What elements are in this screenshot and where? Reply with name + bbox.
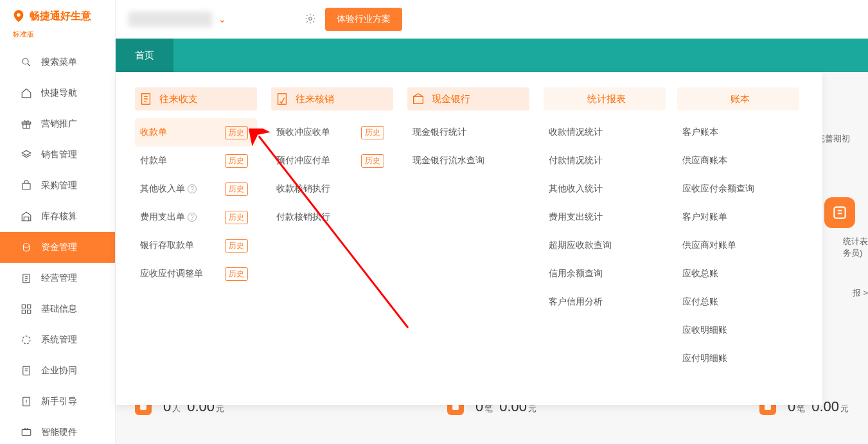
menu-other-income-stats[interactable]: 其他收入统计 [544, 175, 666, 203]
nav-purchase[interactable]: 采购管理 [0, 170, 115, 201]
nav-label: 销售管理 [41, 149, 77, 161]
nav-funds[interactable]: 资金管理 [0, 232, 115, 263]
history-badge[interactable]: 历史 [225, 267, 248, 281]
menu-ar-ap-balance-query[interactable]: 应收应付余额查询 [677, 175, 799, 203]
org-name-redacted [128, 12, 212, 27]
menu-expense-voucher[interactable]: 费用支出单?历史 [135, 203, 257, 231]
menu-credit-balance-query[interactable]: 信用余额查询 [544, 260, 666, 288]
history-badge[interactable]: 历史 [225, 211, 248, 224]
sidebar: 畅捷通好生意 标准版 搜索菜单 快捷导航 营销推广 销售管理 采购管理 库存核算… [0, 0, 116, 444]
menu-prereceipt-offset[interactable]: 预收冲应收单历史 [271, 118, 393, 147]
org-selector[interactable]: ⌄ [128, 12, 296, 27]
nav-label: 新手引导 [41, 396, 77, 407]
mega-col-ledger: 账本 客户账本 供应商账本 应收应付余额查询 客户对账单 供应商对账单 应收总账… [677, 87, 811, 373]
nav-label: 经营管理 [41, 272, 77, 284]
svg-rect-21 [414, 96, 423, 103]
receipt-icon [139, 92, 153, 106]
mega-col-income-expense: 往来收支 收款单历史 付款单历史 其他收入单?历史 费用支出单?历史 银行存取款… [135, 87, 271, 373]
bank-icon [411, 92, 425, 106]
menu-other-income-voucher[interactable]: 其他收入单?历史 [135, 175, 257, 203]
mega-header-reports: 统计报表 [544, 87, 666, 111]
nav-basic-info[interactable]: 基础信息 [0, 294, 115, 324]
nav-operation[interactable]: 经营管理 [0, 263, 115, 294]
history-badge[interactable]: 历史 [225, 126, 248, 139]
menu-payment-voucher[interactable]: 付款单历史 [135, 147, 257, 175]
nav-label: 采购管理 [41, 180, 77, 191]
brand-edition: 标准版 [0, 30, 115, 39]
history-badge[interactable]: 历史 [361, 126, 384, 139]
nav-search-menu[interactable]: 搜索菜单 [0, 47, 115, 78]
menu-ar-detail-ledger[interactable]: 应收明细账 [677, 316, 799, 344]
nav-onboarding[interactable]: 新手引导 [0, 386, 115, 417]
nav-marketing[interactable]: 营销推广 [0, 109, 115, 139]
nav-label: 企业协同 [41, 365, 77, 377]
svg-point-1 [22, 58, 28, 64]
chevron-down-icon: ⌄ [218, 14, 226, 24]
menu-bank-transfer-voucher[interactable]: 银行存取款单历史 [135, 231, 257, 260]
nav-collab[interactable]: 企业协同 [0, 355, 115, 386]
tab-home[interactable]: 首页 [116, 39, 173, 72]
nav-system[interactable]: 系统管理 [0, 324, 115, 355]
svg-point-10 [22, 336, 30, 344]
nav-label: 快捷导航 [41, 87, 77, 99]
grid-icon [21, 303, 32, 315]
menu-ap-general-ledger[interactable]: 应付总账 [677, 288, 799, 316]
mega-header-writeoff: 往来核销 [271, 87, 393, 111]
menu-overdue-ar-query[interactable]: 超期应收款查询 [544, 231, 666, 260]
help-icon[interactable]: ? [188, 184, 197, 193]
nav-sales[interactable]: 销售管理 [0, 139, 115, 170]
nav-label: 搜索菜单 [41, 57, 77, 68]
menu-payment-writeoff-exec[interactable]: 付款核销执行 [271, 203, 393, 231]
try-industry-plan-button[interactable]: 体验行业方案 [325, 8, 402, 31]
menu-ar-ap-adjust-voucher[interactable]: 应收应付调整单历史 [135, 260, 257, 288]
doc-icon [21, 365, 32, 377]
search-icon [21, 57, 32, 68]
mega-col-writeoff: 往来核销 预收冲应收单历史 预付冲应付单历史 收款核销执行 付款核销执行 [271, 87, 407, 373]
menu-receipt-voucher[interactable]: 收款单历史 [135, 118, 257, 147]
menu-customer-ledger[interactable]: 客户账本 [677, 118, 799, 147]
nav-quick-nav[interactable]: 快捷导航 [0, 78, 115, 109]
peek-orange-tile[interactable] [824, 197, 855, 228]
history-badge[interactable]: 历史 [225, 182, 248, 196]
history-badge[interactable]: 历史 [225, 239, 248, 253]
menu-customer-credit-analysis[interactable]: 客户信用分析 [544, 288, 666, 316]
menu-receipt-stats[interactable]: 收款情况统计 [544, 118, 666, 147]
svg-rect-8 [22, 310, 25, 314]
mega-col-reports: 统计报表 收款情况统计 付款情况统计 其他收入统计 费用支出统计 超期应收款查询… [544, 87, 677, 373]
brand-icon [12, 9, 26, 23]
menu-customer-statement[interactable]: 客户对账单 [677, 203, 799, 231]
nav-inventory[interactable]: 库存核算 [0, 201, 115, 232]
menu-supplier-statement[interactable]: 供应商对账单 [677, 231, 799, 260]
sales-icon [21, 149, 32, 161]
menu-ap-detail-ledger[interactable]: 应付明细账 [677, 344, 799, 373]
menu-cash-bank-stats[interactable]: 现金银行统计 [407, 118, 529, 147]
nav-hardware[interactable]: 智能硬件 [0, 417, 115, 444]
mega-header-ledger: 账本 [677, 87, 799, 111]
brand-logo: 畅捷通好生意 [0, 0, 115, 32]
nav-label: 营销推广 [41, 118, 77, 130]
gift-icon [21, 118, 32, 130]
menu-ar-general-ledger[interactable]: 应收总账 [677, 260, 799, 288]
svg-rect-6 [22, 305, 25, 308]
history-badge[interactable]: 历史 [225, 154, 248, 168]
peek-right-text: 完善期初 [817, 130, 868, 148]
history-badge[interactable]: 历史 [361, 154, 384, 168]
help-icon[interactable]: ? [188, 213, 197, 222]
nav-label: 库存核算 [41, 211, 77, 222]
menu-cash-bank-flow[interactable]: 现金银行流水查询 [407, 147, 529, 175]
menu-receipt-writeoff-exec[interactable]: 收款核销执行 [271, 175, 393, 203]
brand-name: 畅捷通好生意 [30, 10, 91, 23]
gear-icon[interactable] [305, 13, 316, 26]
svg-rect-9 [28, 310, 31, 314]
svg-rect-13 [22, 430, 31, 436]
svg-rect-7 [28, 305, 31, 308]
tab-bar: 首页 [116, 39, 868, 72]
menu-payment-stats[interactable]: 付款情况统计 [544, 147, 666, 175]
menu-expense-stats[interactable]: 费用支出统计 [544, 203, 666, 231]
nav-label: 智能硬件 [41, 427, 77, 438]
nav-label: 基础信息 [41, 303, 77, 315]
tv-icon [21, 427, 32, 438]
menu-prepay-offset[interactable]: 预付冲应付单历史 [271, 147, 393, 175]
funds-mega-menu: 往来收支 收款单历史 付款单历史 其他收入单?历史 费用支出单?历史 银行存取款… [116, 72, 822, 405]
menu-supplier-ledger[interactable]: 供应商账本 [677, 147, 799, 175]
